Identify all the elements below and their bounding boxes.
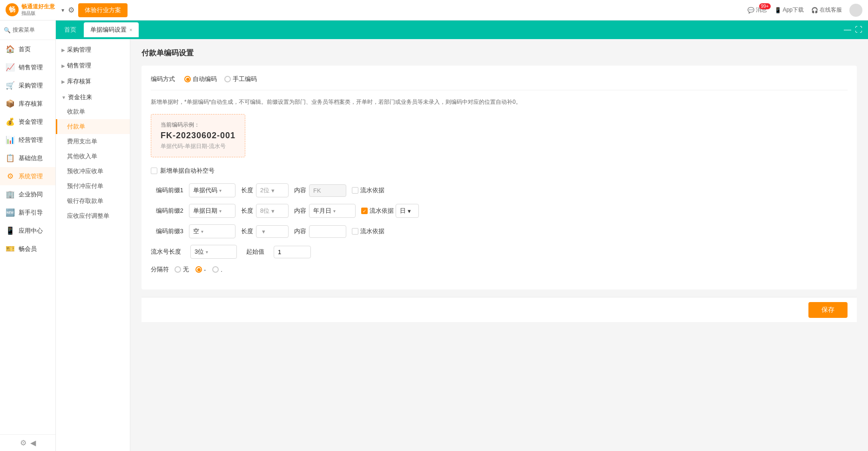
arrow-right-icon: ▶ bbox=[61, 47, 65, 53]
tab-encoding[interactable]: 单据编码设置 × bbox=[84, 22, 139, 37]
prefix-3-content: 内容 bbox=[294, 225, 346, 238]
tab-close-encoding[interactable]: × bbox=[129, 27, 132, 33]
sidebar-item-guide[interactable]: 🆕 新手引导 bbox=[0, 203, 55, 222]
online-service-btn[interactable]: 🎧 在线客服 bbox=[811, 6, 842, 14]
search-menu-btn[interactable]: 🔍 搜索菜单 bbox=[4, 24, 52, 36]
sub-item-receipt[interactable]: 收款单 bbox=[56, 104, 130, 119]
prefix-3-content-input[interactable] bbox=[309, 225, 346, 238]
prefix-3-length-select[interactable]: ▾ bbox=[256, 225, 289, 238]
sub-item-bank-deposit[interactable]: 银行存取款单 bbox=[56, 194, 130, 209]
chevron-down-icon3: ▾ bbox=[219, 209, 222, 214]
prefix-3-length: 长度 ▾ bbox=[241, 225, 289, 238]
topbar-right: 💬 消息 99+ 📱 App下载 🎧 在线客服 bbox=[747, 4, 862, 17]
group-sales-title[interactable]: ▶ 销售管理 bbox=[56, 59, 130, 73]
minimize-btn[interactable]: — bbox=[844, 26, 851, 34]
start-value-label: 起始值 bbox=[246, 248, 264, 256]
sidebar-item-inventory[interactable]: 📦 库存核算 bbox=[0, 94, 55, 113]
prefix-2-content: 内容 年月日 ▾ bbox=[294, 204, 356, 218]
sidebar-item-purchase[interactable]: 🛒 采购管理 bbox=[0, 76, 55, 94]
sidebar-item-finance[interactable]: 💰 资金管理 bbox=[0, 113, 55, 131]
tab-bar: 首页 单据编码设置 × — ⛶ bbox=[56, 20, 868, 39]
tab-home[interactable]: 首页 bbox=[58, 22, 83, 37]
operation-icon: 📊 bbox=[6, 135, 15, 144]
sidebar-item-home[interactable]: 🏠 首页 bbox=[0, 40, 55, 58]
prefix-2-day-select[interactable]: 日 ▾ bbox=[396, 204, 419, 218]
sidebar-item-operation[interactable]: 📊 经营管理 bbox=[0, 131, 55, 149]
auto-fill-row: 新增单据自动补空号 bbox=[151, 167, 848, 175]
sidebar-item-member[interactable]: 🎫 畅会员 bbox=[0, 240, 55, 258]
main-card: 编码方式 自动编码 手工编码 bbox=[141, 66, 857, 289]
radio-manual[interactable]: 手工编码 bbox=[224, 75, 257, 83]
sep-radio-dash[interactable]: - bbox=[195, 266, 206, 273]
content-area: ▶ 采购管理 ▶ 销售管理 ▶ 库存核算 bbox=[56, 39, 868, 451]
apps-icon: 📱 bbox=[6, 226, 15, 235]
sidebar-item-corp[interactable]: 🏢 企业协同 bbox=[0, 185, 55, 203]
sidebar-item-basic[interactable]: 📋 基础信息 bbox=[0, 149, 55, 167]
chevron-down-icon7: ▾ bbox=[201, 229, 203, 234]
nav-dropdown-btn[interactable]: ▾ bbox=[61, 7, 64, 13]
prefix-2-type-select[interactable]: 单据日期 ▾ bbox=[189, 204, 236, 218]
sidebar-item-sales[interactable]: 📈 销售管理 bbox=[0, 58, 55, 76]
app-download-btn[interactable]: 📱 App下载 bbox=[774, 6, 804, 14]
separator-options: 无 - . bbox=[175, 265, 222, 274]
sep-radio-dot[interactable]: . bbox=[212, 266, 222, 273]
service-icon: 🎧 bbox=[811, 7, 818, 13]
bottom-bar: 保存 bbox=[141, 297, 857, 322]
info-text: 新增单据时，*单据编码*自动生成，不可编辑。前缀设置为部门、业务员等档案类，开单… bbox=[151, 98, 848, 107]
sep-dot-dot bbox=[212, 266, 219, 273]
start-value-input[interactable] bbox=[274, 246, 311, 258]
prefix-row-2: 编码前缀2 单据日期 ▾ 长度 8位 ▾ bbox=[151, 204, 848, 218]
separator-label: 分隔符 bbox=[151, 265, 169, 274]
settings-icon[interactable]: ⚙ bbox=[68, 6, 74, 14]
group-purchase-title[interactable]: ▶ 采购管理 bbox=[56, 43, 130, 57]
chevron-down-icon6: ▾ bbox=[408, 208, 411, 215]
prefix-row-3: 编码前缀3 空 ▾ 长度 ▾ 内 bbox=[151, 224, 848, 238]
collapse-btn[interactable]: ◀ bbox=[30, 438, 36, 447]
group-inventory: ▶ 库存核算 bbox=[56, 74, 130, 88]
sub-item-expense[interactable]: 费用支出单 bbox=[56, 134, 130, 149]
radio-auto-dot bbox=[184, 76, 191, 82]
sub-item-other-income[interactable]: 其他收入单 bbox=[56, 149, 130, 164]
group-inventory-title[interactable]: ▶ 库存核算 bbox=[56, 74, 130, 88]
prefix-3-serial-checkbox[interactable] bbox=[352, 228, 358, 235]
member-icon: 🎫 bbox=[6, 244, 15, 253]
prefix-2-content-select[interactable]: 年月日 ▾ bbox=[309, 204, 356, 218]
radio-auto[interactable]: 自动编码 bbox=[184, 75, 217, 83]
prefix-1-length-select[interactable]: 2位 ▾ bbox=[256, 183, 289, 197]
sub-item-adjustment[interactable]: 应收应付调整单 bbox=[56, 209, 130, 223]
coding-radio-group: 自动编码 手工编码 bbox=[184, 75, 257, 83]
prefix-1-content-input bbox=[309, 184, 346, 197]
sidebar-search: 🔍 搜索菜单 bbox=[0, 20, 55, 40]
sidebar-item-system[interactable]: ⚙ 系统管理 bbox=[0, 167, 55, 185]
prefix-1-serial-checkbox[interactable] bbox=[352, 187, 358, 194]
topbar-center: ▾ ⚙ 体验行业方案 bbox=[61, 3, 747, 17]
message-btn[interactable]: 💬 消息 99+ bbox=[747, 6, 767, 14]
trial-btn[interactable]: 体验行业方案 bbox=[78, 3, 128, 17]
logo-sub: 指品版 bbox=[21, 10, 55, 17]
prefix-2-length-select[interactable]: 8位 ▾ bbox=[256, 204, 289, 218]
preview-code: FK-20230602-001 bbox=[161, 131, 236, 141]
prefix-1-type-select[interactable]: 单据代码 ▾ bbox=[189, 183, 236, 197]
purchase-icon: 🛒 bbox=[6, 81, 15, 90]
topbar: 畅 畅通道好生意 指品版 ▾ ⚙ 体验行业方案 💬 消息 99+ 📱 App下载… bbox=[0, 0, 868, 20]
sep-radio-none[interactable]: 无 bbox=[175, 265, 189, 274]
sub-item-prepay-payable[interactable]: 预付冲应付单 bbox=[56, 179, 130, 194]
sidebar-item-apps[interactable]: 📱 应用中心 bbox=[0, 222, 55, 240]
sub-item-prepay-receivable[interactable]: 预收冲应收单 bbox=[56, 164, 130, 179]
sub-sidebar: ▶ 采购管理 ▶ 销售管理 ▶ 库存核算 bbox=[56, 39, 130, 451]
prefix-1-length: 长度 2位 ▾ bbox=[241, 183, 289, 197]
settings-bottom-btn[interactable]: ⚙ bbox=[20, 438, 27, 447]
page-title: 付款单编码设置 bbox=[141, 48, 857, 58]
maximize-btn[interactable]: ⛶ bbox=[855, 26, 862, 34]
group-capital-title[interactable]: ▼ 资金往来 bbox=[56, 90, 130, 104]
save-button[interactable]: 保存 bbox=[808, 302, 848, 318]
auto-fill-checkbox[interactable] bbox=[151, 168, 157, 174]
separator-row: 分隔符 无 - . bbox=[151, 265, 848, 274]
serial-length-select[interactable]: 3位 ▾ bbox=[190, 245, 237, 259]
sep-none-dot bbox=[175, 266, 181, 273]
prefix-3-type-select[interactable]: 空 ▾ bbox=[189, 224, 236, 238]
sub-item-payment[interactable]: 付款单 bbox=[56, 119, 130, 134]
inventory-icon: 📦 bbox=[6, 99, 15, 108]
prefix-2-serial-checkbox[interactable]: ✓ bbox=[361, 208, 368, 214]
avatar[interactable] bbox=[849, 4, 862, 17]
